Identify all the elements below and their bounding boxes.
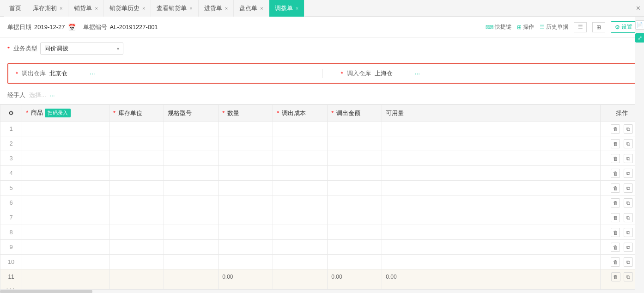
row-5-quantity[interactable]	[219, 181, 273, 195]
view-toggle-list[interactable]: ☰	[574, 22, 587, 32]
row-4-spec[interactable]	[164, 166, 219, 181]
tab-view-sales[interactable]: 查看销货单 ×	[151, 0, 198, 17]
row-2-spec[interactable]	[164, 136, 219, 151]
row-4-amount[interactable]	[328, 166, 382, 181]
warehouse-out-more-btn[interactable]: ···	[90, 70, 95, 77]
sidebar-doc-icon[interactable]: 📄	[635, 20, 644, 30]
row-10-quantity[interactable]	[219, 255, 273, 269]
row-6-cost[interactable]	[273, 195, 328, 210]
row-4-product[interactable]	[22, 166, 109, 181]
gear-icon[interactable]: ⚙	[8, 110, 14, 116]
shortcuts-btn[interactable]: ⌨ 快捷键	[486, 23, 511, 31]
row-5-spec[interactable]	[164, 181, 219, 195]
row-10-spec[interactable]	[164, 255, 219, 269]
row-3-product[interactable]	[22, 151, 109, 166]
row-9-delete-icon[interactable]: 🗑	[611, 243, 620, 252]
tab-transfer[interactable]: 调拨单 ×	[269, 0, 304, 17]
tab-sales-order-close[interactable]: ×	[95, 6, 97, 11]
row-6-amount[interactable]	[328, 195, 382, 210]
history-btn[interactable]: ☰ 历史单据	[540, 23, 568, 31]
row-1-available[interactable]	[382, 122, 600, 136]
tab-sales-history[interactable]: 销货单历史 ×	[104, 0, 151, 17]
tab-home[interactable]: 首页	[4, 0, 27, 17]
row-9-cost[interactable]	[273, 240, 328, 255]
row-3-quantity[interactable]	[219, 151, 273, 166]
row-8-available[interactable]	[382, 225, 600, 240]
tab-view-sales-close[interactable]: ×	[189, 6, 192, 11]
row-2-delete-icon[interactable]: 🗑	[611, 139, 620, 148]
row-10-delete-icon[interactable]: 🗑	[611, 257, 620, 267]
tab-inventory-init[interactable]: 库存期初 ×	[27, 0, 68, 17]
row-1-spec[interactable]	[164, 122, 219, 136]
view-toggle-grid[interactable]: ⊞	[592, 22, 605, 32]
horizontal-scrollbar[interactable]	[0, 289, 644, 293]
row-9-copy-icon[interactable]: ⧉	[624, 243, 633, 252]
row-2-product[interactable]	[22, 136, 109, 151]
row-8-copy-icon[interactable]: ⧉	[624, 228, 633, 237]
business-type-dropdown[interactable]: 同价调拨 ▾	[40, 43, 123, 55]
row-9-available[interactable]	[382, 240, 600, 255]
row-7-product[interactable]	[22, 210, 109, 225]
row-3-copy-icon[interactable]: ⧉	[624, 154, 633, 163]
row-6-unit[interactable]	[109, 195, 164, 210]
warehouse-in-more-btn[interactable]: ···	[415, 70, 420, 77]
row-6-copy-icon[interactable]: ⧉	[624, 198, 633, 208]
row-5-available[interactable]	[382, 181, 600, 195]
row-9-unit[interactable]	[109, 240, 164, 255]
row-10-product[interactable]	[22, 255, 109, 269]
tab-inventory-init-close[interactable]: ×	[60, 6, 62, 11]
tab-sales-history-close[interactable]: ×	[142, 6, 145, 11]
scroll-thumb[interactable]	[0, 290, 92, 293]
row-9-product[interactable]	[22, 240, 109, 255]
row-2-copy-icon[interactable]: ⧉	[624, 139, 633, 148]
row-8-unit[interactable]	[109, 225, 164, 240]
row-5-unit[interactable]	[109, 181, 164, 195]
row-6-product[interactable]	[22, 195, 109, 210]
row-1-copy-icon[interactable]: ⧉	[624, 124, 633, 134]
row-7-unit[interactable]	[109, 210, 164, 225]
subtotal-delete-icon[interactable]: 🗑	[611, 272, 620, 281]
row-9-quantity[interactable]	[219, 240, 273, 255]
operations-btn[interactable]: ⊞ 操作	[517, 23, 534, 31]
row-7-amount[interactable]	[328, 210, 382, 225]
row-4-unit[interactable]	[109, 166, 164, 181]
operator-more-btn[interactable]: ···	[50, 92, 55, 99]
row-2-available[interactable]	[382, 136, 600, 151]
row-7-delete-icon[interactable]: 🗑	[611, 213, 620, 222]
row-10-unit[interactable]	[109, 255, 164, 269]
row-2-cost[interactable]	[273, 136, 328, 151]
calendar-icon[interactable]: 📅	[68, 24, 76, 31]
row-10-copy-icon[interactable]: ⧉	[624, 257, 633, 267]
subtotal-copy-icon[interactable]: ⧉	[624, 272, 633, 281]
row-1-cost[interactable]	[273, 122, 328, 136]
row-2-quantity[interactable]	[219, 136, 273, 151]
row-4-cost[interactable]	[273, 166, 328, 181]
row-7-quantity[interactable]	[219, 210, 273, 225]
row-5-copy-icon[interactable]: ⧉	[624, 183, 633, 193]
row-5-delete-icon[interactable]: 🗑	[611, 183, 620, 193]
row-10-cost[interactable]	[273, 255, 328, 269]
row-10-available[interactable]	[382, 255, 600, 269]
row-8-cost[interactable]	[273, 225, 328, 240]
row-5-cost[interactable]	[273, 181, 328, 195]
tab-stocktake[interactable]: 盘点单 ×	[234, 0, 269, 17]
row-4-copy-icon[interactable]: ⧉	[624, 169, 633, 178]
row-1-unit[interactable]	[109, 122, 164, 136]
th-settings[interactable]: ⚙	[0, 105, 22, 122]
row-5-product[interactable]	[22, 181, 109, 195]
row-3-amount[interactable]	[328, 151, 382, 166]
row-2-amount[interactable]	[328, 136, 382, 151]
row-7-spec[interactable]	[164, 210, 219, 225]
row-7-copy-icon[interactable]: ⧉	[624, 213, 633, 222]
row-3-spec[interactable]	[164, 151, 219, 166]
row-7-available[interactable]	[382, 210, 600, 225]
row-8-amount[interactable]	[328, 225, 382, 240]
row-3-cost[interactable]	[273, 151, 328, 166]
operator-select[interactable]: 选择...	[29, 91, 46, 99]
row-4-quantity[interactable]	[219, 166, 273, 181]
scan-btn[interactable]: 扫码录入	[45, 109, 71, 117]
row-3-available[interactable]	[382, 151, 600, 166]
row-4-delete-icon[interactable]: 🗑	[611, 169, 620, 178]
settings-button[interactable]: ⚙ 设置	[611, 21, 637, 33]
row-7-cost[interactable]	[273, 210, 328, 225]
